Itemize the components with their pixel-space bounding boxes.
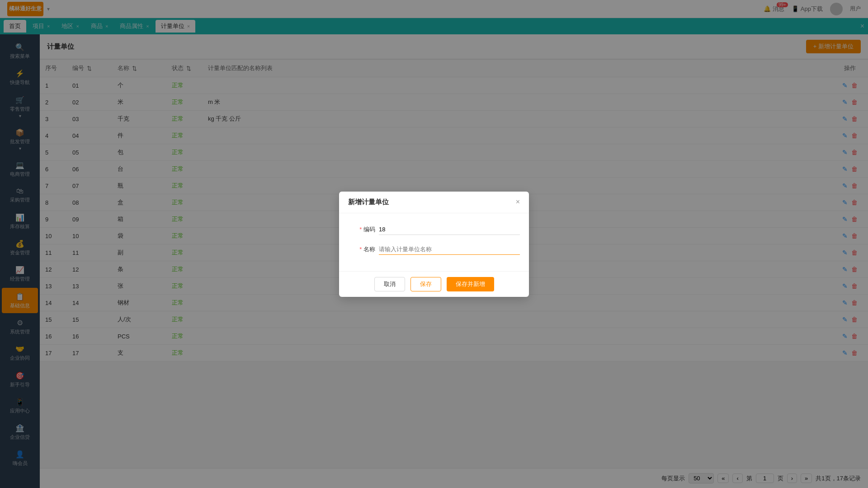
form-row-code: 编码 bbox=[348, 224, 520, 235]
name-label: 名称 bbox=[348, 245, 375, 253]
modal-overlay[interactable]: 新增计量单位 × 编码 名称 取消 保存 保存并新增 bbox=[0, 0, 868, 488]
code-input[interactable] bbox=[379, 224, 520, 235]
modal-title: 新增计量单位 bbox=[348, 198, 389, 206]
modal-footer: 取消 保存 保存并新增 bbox=[339, 271, 529, 297]
code-label: 编码 bbox=[348, 225, 375, 234]
save-button[interactable]: 保存 bbox=[410, 277, 441, 291]
form-row-name: 名称 bbox=[348, 244, 520, 255]
modal-close-button[interactable]: × bbox=[516, 198, 520, 206]
name-input[interactable] bbox=[379, 244, 520, 255]
modal-body: 编码 名称 bbox=[339, 213, 529, 271]
add-measure-unit-modal: 新增计量单位 × 编码 名称 取消 保存 保存并新增 bbox=[339, 192, 529, 297]
cancel-button[interactable]: 取消 bbox=[374, 277, 405, 291]
modal-header: 新增计量单位 × bbox=[339, 192, 529, 213]
save-and-new-button[interactable]: 保存并新增 bbox=[447, 277, 494, 291]
